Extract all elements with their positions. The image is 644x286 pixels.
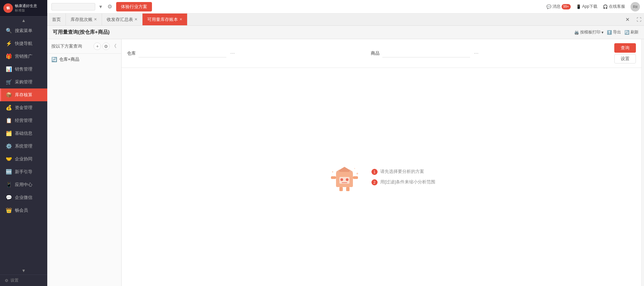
- tab-batch-account[interactable]: 库存批次账 ✕: [66, 14, 102, 25]
- member-icon: 👑: [6, 207, 12, 213]
- tab-receipt-summary-label: 收发存汇总表: [107, 17, 133, 23]
- empty-tip-2: 2 用[过滤]条件来缩小分析范围: [371, 179, 435, 185]
- sidebar-item-label: 资金管理: [15, 105, 32, 111]
- sidebar-item-label: 快捷导航: [15, 41, 32, 47]
- app-download-button[interactable]: 📱 App下载: [576, 4, 597, 9]
- marketing-promo-icon: 🎁: [6, 53, 12, 59]
- print-dropdown-icon[interactable]: ▾: [601, 30, 603, 35]
- sidebar-item-app-center[interactable]: 📱应用中心: [0, 178, 47, 191]
- inventory-icon: 📦: [6, 92, 12, 98]
- query-button[interactable]: 查询: [614, 43, 636, 53]
- system-icon: ⚙️: [6, 143, 12, 149]
- tab-available-ledger-close-icon[interactable]: ✕: [179, 17, 182, 22]
- message-button[interactable]: 💬 消息 99+: [546, 4, 571, 9]
- headset-icon: 🎧: [603, 4, 608, 9]
- sidebar-item-operations[interactable]: 📋经营管理: [0, 114, 47, 127]
- svg-point-12: [332, 171, 333, 173]
- scroll-down-button[interactable]: ▼: [0, 267, 47, 275]
- tab-available-ledger[interactable]: 可用量库存账本 ✕: [143, 14, 187, 25]
- main-area: ▾ ⚙ 体验行业方案 💬 消息 99+ 📱 App下载 🎧 在线客服 Rit: [47, 0, 644, 286]
- sidebar-item-sales[interactable]: 📊销售管理: [0, 63, 47, 76]
- sidebar-header: 畅 畅康通好生意 标准版: [0, 0, 47, 17]
- svg-rect-11: [353, 176, 358, 179]
- product-input[interactable]: [382, 49, 470, 57]
- print-template-button[interactable]: 🖨️ 按模板打印 ▾: [574, 29, 603, 35]
- purchase-icon: 🛒: [6, 79, 12, 85]
- sidebar-item-shortcut[interactable]: ⚡快捷导航: [0, 37, 47, 50]
- sidebar-footer[interactable]: ⚙ 设置: [0, 275, 47, 286]
- phone-icon: 📱: [576, 4, 581, 9]
- filter-settings-button[interactable]: ⚙: [102, 43, 110, 50]
- product-more-button[interactable]: ···: [473, 50, 480, 56]
- tab-close-window-button[interactable]: ✕: [621, 14, 634, 25]
- sidebar-item-label: 基础信息: [15, 130, 32, 136]
- filter-item-warehouse-product[interactable]: 🔄 仓库+商品: [47, 54, 121, 65]
- setting-button[interactable]: 设置: [614, 54, 636, 63]
- sidebar-item-label: 经营管理: [15, 118, 32, 124]
- sidebar-item-enterprise[interactable]: 🤝企业协同: [0, 153, 47, 165]
- sidebar-nav: 🔍搜索菜单⚡快捷导航🎁营销推广📊销售管理🛒采购管理📦库存核算💰资金管理📋经营管理…: [0, 24, 47, 267]
- topbar-search-input[interactable]: [51, 3, 95, 10]
- app-edition: 标准版: [15, 8, 37, 13]
- gear-icon[interactable]: ▾: [98, 3, 103, 10]
- shortcut-icon: ⚡: [6, 41, 12, 47]
- settings-icon: ⚙: [5, 278, 8, 283]
- tab-receipt-summary-close-icon[interactable]: ✕: [134, 17, 137, 22]
- filter-actions: ＋ ⚙ 《: [94, 43, 117, 50]
- sidebar-footer-label: 设置: [10, 278, 19, 283]
- online-service-label: 在线客服: [609, 4, 625, 9]
- left-filter-panel: 按以下方案查询 ＋ ⚙ 《 🔄 仓库+商品: [47, 39, 122, 286]
- tab-receipt-summary[interactable]: 收发存汇总表 ✕: [102, 14, 143, 25]
- svg-rect-7: [342, 182, 347, 183]
- filter-add-button[interactable]: ＋: [94, 43, 101, 50]
- filter-item-warehouse-product-label: 仓库+商品: [59, 56, 79, 62]
- sidebar-item-inventory[interactable]: 📦库存核算: [0, 88, 47, 101]
- warehouse-input[interactable]: [138, 49, 226, 57]
- query-buttons: 查询 设置: [614, 43, 636, 63]
- filter-header: 按以下方案查询 ＋ ⚙ 《: [47, 39, 121, 54]
- refresh-button[interactable]: 🔄 刷新: [624, 29, 639, 35]
- tab-home[interactable]: 首页: [47, 14, 66, 25]
- right-panel: 仓库 ··· 商品 ··· 查询 设置: [122, 39, 641, 286]
- svg-point-6: [346, 178, 349, 181]
- sidebar-item-newbie[interactable]: 🆕新手引导: [0, 165, 47, 178]
- export-icon: ⬆️: [607, 30, 612, 35]
- scroll-up-button[interactable]: ▲: [0, 17, 47, 24]
- trial-industry-button[interactable]: 体验行业方案: [116, 2, 152, 11]
- search-icon: 🔍: [6, 28, 12, 34]
- app-download-label: App下载: [582, 4, 597, 9]
- empty-state-illustration: [328, 160, 361, 194]
- app-title: 畅康通好生意: [15, 3, 37, 8]
- svg-rect-10: [331, 176, 336, 179]
- sidebar-item-member[interactable]: 👑畅会员: [0, 204, 47, 217]
- sidebar-item-label: 企业协同: [15, 156, 32, 162]
- tip-num-2: 2: [371, 179, 378, 185]
- sidebar-item-purchase[interactable]: 🛒采购管理: [0, 76, 47, 88]
- online-service-button[interactable]: 🎧 在线客服: [603, 4, 625, 9]
- query-area: 仓库 ··· 商品 ··· 查询 设置: [122, 39, 641, 68]
- sidebar-item-wechat[interactable]: 💬企业微信: [0, 191, 47, 204]
- tabbar: 首页 库存批次账 ✕ 收发存汇总表 ✕ 可用量库存账本 ✕ ✕ ⛶: [47, 14, 644, 26]
- tab-expand-button[interactable]: ⛶: [634, 14, 644, 25]
- topbar: ▾ ⚙ 体验行业方案 💬 消息 99+ 📱 App下载 🎧 在线客服 Rit: [47, 0, 644, 14]
- sidebar-item-finance[interactable]: 💰资金管理: [0, 101, 47, 114]
- sidebar-item-search[interactable]: 🔍搜索菜单: [0, 24, 47, 37]
- app-center-icon: 📱: [6, 182, 12, 188]
- settings-gear-icon[interactable]: ⚙: [106, 3, 113, 10]
- sidebar-item-system[interactable]: ⚙️系统管理: [0, 140, 47, 153]
- sidebar-item-basic-info[interactable]: 🗂️基础信息: [0, 127, 47, 140]
- empty-state: 1 请先选择要分析的方案 2 用[过滤]条件来缩小分析范围: [122, 68, 641, 286]
- tip-num-1: 1: [371, 169, 378, 175]
- filter-collapse-button[interactable]: 《: [111, 43, 117, 50]
- export-button[interactable]: ⬆️ 导出: [607, 29, 621, 35]
- newbie-icon: 🆕: [6, 169, 12, 175]
- sidebar: 畅 畅康通好生意 标准版 ▲ 🔍搜索菜单⚡快捷导航🎁营销推广📊销售管理🛒采购管理…: [0, 0, 47, 286]
- user-avatar[interactable]: Rit: [630, 2, 640, 11]
- sidebar-item-marketing-promo[interactable]: 🎁营销推广: [0, 50, 47, 63]
- print-template-label: 按模板打印: [580, 29, 600, 35]
- export-label: 导出: [613, 29, 621, 35]
- tab-batch-account-close-icon[interactable]: ✕: [94, 17, 97, 22]
- svg-point-14: [354, 168, 355, 169]
- right-scrollbar: [641, 39, 644, 286]
- warehouse-more-button[interactable]: ···: [229, 50, 236, 56]
